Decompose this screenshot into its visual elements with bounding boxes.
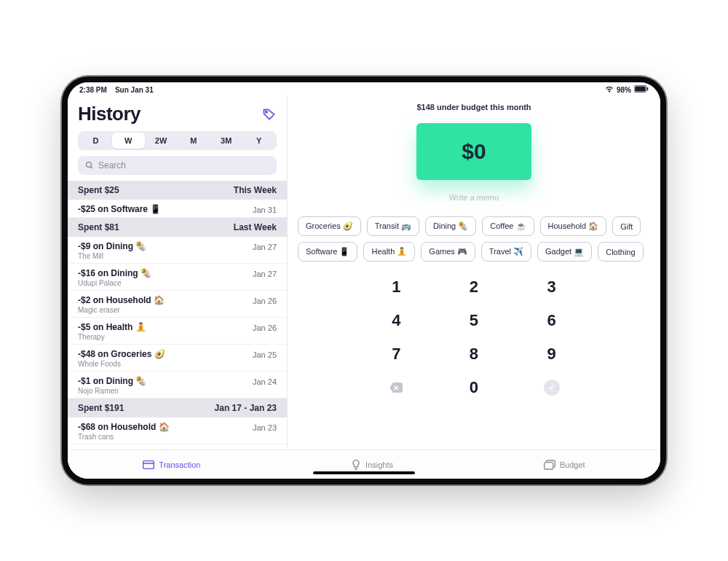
section-total: Spent $25 xyxy=(78,185,119,195)
transaction-memo: The Mill xyxy=(78,252,253,260)
transaction-date: Jan 23 xyxy=(253,423,277,432)
transaction-row[interactable]: -$5 on Health 🧘TherapyJan 26 xyxy=(68,318,287,345)
search-input[interactable]: Search xyxy=(78,156,277,175)
transaction-title: -$16 on Dining 🌯 xyxy=(78,268,253,278)
key-9[interactable]: 9 xyxy=(513,340,590,368)
status-date: Sun Jan 31 xyxy=(115,86,154,94)
segment-w[interactable]: W xyxy=(112,133,145,149)
status-left: 2:38 PM Sun Jan 31 xyxy=(79,86,154,94)
status-bar: 2:38 PM Sun Jan 31 98% xyxy=(68,82,660,95)
key-confirm[interactable]: ✓ xyxy=(513,374,590,401)
key-2[interactable]: 2 xyxy=(435,273,513,301)
segment-d[interactable]: D xyxy=(79,133,112,149)
transaction-title: -$9 on Dining 🌯 xyxy=(78,241,253,251)
category-chip[interactable]: Transit 🚌 xyxy=(367,216,419,236)
category-chip[interactable]: Gadget 💻 xyxy=(537,242,592,262)
transaction-title: -$48 on Groceries 🥑 xyxy=(78,349,253,359)
transaction-memo: Trash cans xyxy=(78,433,253,441)
category-chip[interactable]: Household 🏠 xyxy=(540,216,607,236)
key-8[interactable]: 8 xyxy=(435,340,513,368)
transaction-row[interactable]: -$25 on Software 📱Jan 31 xyxy=(68,200,287,218)
transaction-memo: Udupi Palace xyxy=(78,279,253,287)
transaction-memo: Therapy xyxy=(78,333,253,341)
segment-3m[interactable]: 3M xyxy=(210,133,242,149)
section-header: Spent $191Jan 17 - Jan 23 xyxy=(68,399,287,417)
transaction-date: Jan 26 xyxy=(253,323,277,332)
category-chip[interactable]: Software 📱 xyxy=(298,242,357,262)
tag-icon[interactable] xyxy=(262,107,277,122)
key-3[interactable]: 3 xyxy=(513,273,590,301)
transaction-row[interactable]: -$48 on Groceries 🥑Whole FoodsJan 25 xyxy=(68,345,287,372)
tab-label: Transaction xyxy=(159,460,200,469)
budget-status: $148 under budget this month xyxy=(416,103,531,111)
section-range: Last Week xyxy=(234,222,277,232)
section-total: Spent $81 xyxy=(78,222,119,232)
tab-label: Budget xyxy=(560,460,585,469)
tab-bar: Transaction Insights Budget xyxy=(68,450,660,479)
transaction-row[interactable]: -$9 on Dining 🌯The MillJan 27 xyxy=(68,237,287,264)
key-5[interactable]: 5 xyxy=(435,307,513,334)
segment-y[interactable]: Y xyxy=(242,133,275,149)
svg-line-5 xyxy=(91,167,93,169)
transaction-row[interactable]: -$16 on Dining 🌯Udupi PalaceJan 27 xyxy=(68,264,287,291)
transaction-date: Jan 26 xyxy=(253,297,277,305)
page-title: History xyxy=(78,103,141,125)
transaction-row[interactable]: -$2 on Household 🏠Magic eraserJan 26 xyxy=(68,291,287,318)
battery-percent: 98% xyxy=(617,86,631,94)
svg-rect-2 xyxy=(647,87,649,91)
section-header: Spent $25This Week xyxy=(68,181,287,200)
status-time: 2:38 PM xyxy=(79,86,107,94)
transaction-list[interactable]: Spent $25This Week-$25 on Software 📱Jan … xyxy=(68,181,287,450)
transaction-date: Jan 31 xyxy=(253,205,277,214)
category-chip[interactable]: Coffee ☕ xyxy=(482,216,534,236)
section-total: Spent $191 xyxy=(78,403,124,413)
history-pane: History DW2WM3MY Search Spent $25This We… xyxy=(68,95,288,450)
transaction-date: Jan 27 xyxy=(253,243,277,251)
transaction-date: Jan 25 xyxy=(253,350,277,359)
transaction-date: Jan 24 xyxy=(253,377,277,386)
category-chip[interactable]: Gift xyxy=(612,216,641,236)
transaction-title: -$25 on Software 📱 xyxy=(78,204,253,214)
transaction-title: -$1 on Dining 🌯 xyxy=(78,376,253,386)
tab-insights[interactable]: Insights xyxy=(351,459,393,471)
key-backspace[interactable]: ✕ xyxy=(357,374,435,401)
transaction-title: -$5 on Health 🧘 xyxy=(78,322,253,332)
svg-rect-11 xyxy=(544,462,553,468)
category-chip[interactable]: Health 🧘 xyxy=(363,242,415,262)
segment-m[interactable]: M xyxy=(177,133,210,149)
category-picker: Groceries 🥑Transit 🚌Dining 🌯Coffee ☕Hous… xyxy=(288,202,660,262)
battery-icon xyxy=(634,85,649,94)
transaction-row[interactable]: -$68 on Household 🏠Trash cansJan 23 xyxy=(68,417,287,444)
amount-display[interactable]: $0 xyxy=(416,123,531,180)
segment-2w[interactable]: 2W xyxy=(145,133,178,149)
key-6[interactable]: 6 xyxy=(513,307,590,334)
memo-input[interactable]: Write a memo xyxy=(449,193,499,202)
tab-label: Insights xyxy=(365,460,393,469)
transaction-date: Jan 27 xyxy=(253,270,277,278)
tab-budget[interactable]: Budget xyxy=(544,460,585,470)
tab-transaction[interactable]: Transaction xyxy=(143,460,200,469)
transaction-title: -$68 on Household 🏠 xyxy=(78,422,253,432)
category-chip[interactable]: Dining 🌯 xyxy=(425,216,476,236)
transaction-title: -$2 on Household 🏠 xyxy=(78,295,253,305)
transaction-memo: Nojo Ramen xyxy=(78,387,253,395)
category-chip[interactable]: Games 🎮 xyxy=(421,242,475,262)
time-range-segmented: DW2WM3MY xyxy=(78,131,277,150)
svg-point-4 xyxy=(87,162,92,168)
category-chip[interactable]: Clothing xyxy=(598,242,643,262)
transaction-row[interactable]: -$1 on Dining 🌯Nojo RamenJan 24 xyxy=(68,372,287,399)
category-chip[interactable]: Travel ✈️ xyxy=(481,242,531,262)
wifi-icon xyxy=(605,85,614,94)
category-chip[interactable]: Groceries 🥑 xyxy=(298,216,361,236)
svg-rect-6 xyxy=(143,460,154,468)
key-1[interactable]: 1 xyxy=(357,273,435,301)
transaction-row[interactable]: -$50 on Groceries 🥑Whole FoodsJan 22 xyxy=(68,444,287,450)
tablet-frame: 2:38 PM Sun Jan 31 98% History xyxy=(62,76,666,484)
transaction-memo: Magic eraser xyxy=(78,306,253,314)
key-0[interactable]: 0 xyxy=(435,374,513,401)
svg-point-3 xyxy=(266,111,268,113)
key-7[interactable]: 7 xyxy=(357,340,435,368)
home-indicator[interactable] xyxy=(313,471,415,474)
key-4[interactable]: 4 xyxy=(357,307,435,334)
section-header: Spent $81Last Week xyxy=(68,218,287,237)
